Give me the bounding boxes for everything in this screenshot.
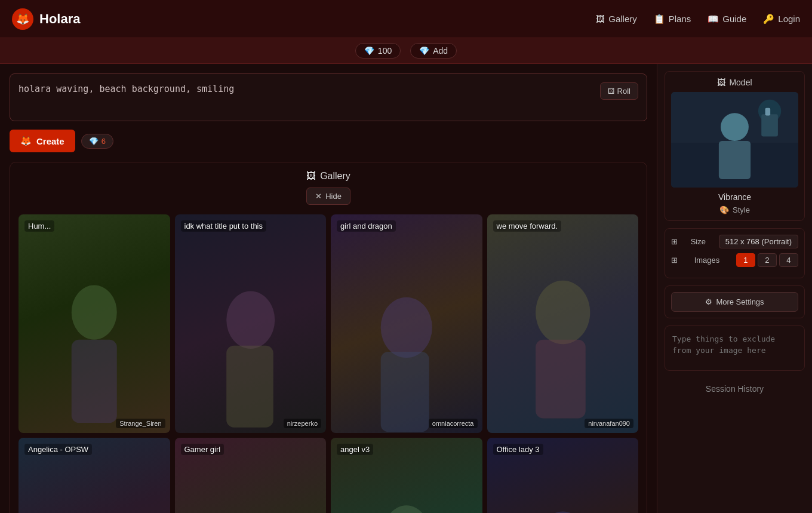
roll-label: Roll — [617, 87, 630, 96]
svg-rect-11 — [536, 340, 586, 419]
style-icon: 🎨 — [719, 205, 729, 214]
create-button[interactable]: 🦊 Create — [10, 130, 75, 152]
guide-nav-icon: 📖 — [708, 14, 719, 24]
image-card[interactable]: Office lady 3 — [487, 438, 639, 513]
images-row-icon: ⊞ — [671, 256, 678, 265]
token-count-badge[interactable]: 💎 100 — [355, 43, 401, 59]
style-label: Style — [733, 205, 750, 214]
top-bar: 🦊 Holara 🖼 Gallery 📋 Plans 📖 Guide 🔑 Log… — [0, 0, 812, 38]
cost-value: 6 — [102, 137, 106, 146]
gallery-header: 🖼 Gallery ✕ Hide — [19, 171, 638, 205]
image-card-inner: idk what title put to this nirzeperko — [175, 214, 327, 433]
image-card[interactable]: girl and dragon omniacorrecta — [331, 214, 482, 433]
image-grid: Hum... Strange_Siren idk what title put … — [19, 214, 638, 513]
model-label: Model — [729, 78, 752, 87]
create-bar: 🦊 Create 💎 6 — [10, 130, 647, 152]
nav-plans[interactable]: 📋 Plans — [654, 14, 691, 24]
prompt-input[interactable]: holara waving, beach background, smiling — [19, 82, 594, 112]
card-title: Hum... — [24, 220, 54, 232]
count-btn-4[interactable]: 4 — [779, 253, 798, 267]
create-icon: 🦊 — [20, 136, 32, 146]
roll-button[interactable]: ⚄ Roll — [600, 82, 638, 100]
card-title: angel v3 — [337, 444, 373, 455]
gallery-nav-label: Gallery — [608, 14, 637, 24]
right-sidebar: 🖼 Model Vibrance 🎨 Style — [657, 64, 812, 513]
logo[interactable]: 🦊 Holara — [12, 8, 80, 30]
model-header: 🖼 Model — [671, 78, 798, 87]
nav-gallery[interactable]: 🖼 Gallery — [596, 14, 637, 24]
svg-point-26 — [721, 113, 749, 141]
app-name: Holara — [39, 11, 80, 27]
count-btn-2[interactable]: 2 — [758, 253, 777, 267]
image-card[interactable]: Gamer girl — [175, 438, 327, 513]
image-card[interactable]: we move forward. nirvanafan090 — [487, 214, 639, 433]
token-count: 100 — [378, 46, 392, 56]
images-row: ⊞ Images 124 — [671, 253, 798, 267]
svg-rect-29 — [761, 114, 778, 136]
image-card[interactable]: angel v3 — [331, 438, 482, 513]
svg-point-10 — [536, 281, 590, 344]
prompt-area: holara waving, beach background, smiling… — [10, 73, 647, 121]
image-card-inner: we move forward. nirvanafan090 — [487, 214, 639, 433]
model-thumbnail[interactable] — [671, 92, 798, 188]
svg-point-1 — [72, 285, 117, 339]
image-card-inner: Angelica - OPSW — [19, 438, 170, 513]
nav-guide[interactable]: 📖 Guide — [708, 14, 746, 24]
svg-rect-5 — [226, 346, 273, 428]
size-row-icon: ⊞ — [671, 237, 678, 246]
add-label: Add — [433, 46, 448, 56]
card-author: omniacorrecta — [429, 419, 478, 428]
nav-login[interactable]: 🔑 Login — [763, 14, 800, 24]
image-card-inner: Gamer girl — [175, 438, 327, 513]
add-icon: 💎 — [419, 46, 429, 56]
image-card-inner: Hum... Strange_Siren — [19, 214, 170, 433]
plans-nav-label: Plans — [669, 14, 691, 24]
image-card[interactable]: idk what title put to this nirzeperko — [175, 214, 327, 433]
images-label: Images — [694, 256, 720, 265]
session-history: Session History — [665, 378, 805, 400]
negative-prompt-input[interactable] — [665, 326, 804, 368]
card-title: we move forward. — [493, 220, 562, 232]
create-label: Create — [36, 136, 64, 146]
count-btn-1[interactable]: 1 — [736, 253, 755, 267]
card-title: idk what title put to this — [181, 220, 267, 232]
svg-point-4 — [226, 291, 275, 349]
gallery-nav-icon: 🖼 — [596, 14, 605, 24]
card-title: Angelica - OPSW — [24, 444, 92, 455]
card-author: Strange_Siren — [116, 419, 165, 428]
svg-rect-27 — [719, 141, 751, 179]
roll-icon: ⚄ — [608, 87, 614, 96]
more-settings-label: More Settings — [716, 297, 764, 306]
image-card[interactable]: Angelica - OPSW — [19, 438, 170, 513]
plans-nav-icon: 📋 — [654, 14, 665, 24]
card-title: Gamer girl — [181, 444, 224, 455]
card-author: nirvanafan090 — [585, 419, 633, 428]
guide-nav-label: Guide — [722, 14, 746, 24]
image-card-inner: girl and dragon omniacorrecta — [331, 214, 482, 433]
add-tokens-badge[interactable]: 💎 Add — [410, 43, 457, 59]
card-illustration — [331, 214, 482, 433]
style-row[interactable]: 🎨 Style — [671, 205, 798, 214]
image-card-inner: Office lady 3 — [487, 438, 639, 513]
card-illustration — [175, 214, 327, 433]
card-title: girl and dragon — [337, 220, 396, 232]
gallery-title: 🖼 Gallery — [306, 171, 350, 182]
image-card[interactable]: Hum... Strange_Siren — [19, 214, 170, 433]
cost-badge: 💎 6 — [81, 134, 113, 149]
model-section: 🖼 Model Vibrance 🎨 Style — [665, 71, 805, 221]
card-illustration — [487, 214, 639, 433]
svg-rect-2 — [72, 340, 117, 423]
hide-button[interactable]: ✕ Hide — [306, 188, 350, 205]
card-author: nirzeperko — [284, 419, 321, 428]
more-settings-button[interactable]: ⚙ More Settings — [671, 292, 798, 312]
svg-point-19 — [382, 506, 430, 513]
token-bar: 💎 100 💎 Add — [0, 38, 812, 64]
svg-point-7 — [381, 297, 432, 358]
size-row: ⊞ Size 512 x 768 (Portrait) — [671, 235, 798, 248]
session-history-label: Session History — [706, 384, 764, 394]
size-value[interactable]: 512 x 768 (Portrait) — [719, 235, 798, 248]
card-illustration — [19, 214, 170, 433]
cost-icon: 💎 — [89, 137, 99, 146]
center-panel: holara waving, beach background, smiling… — [0, 64, 657, 513]
gallery-section: 🖼 Gallery ✕ Hide Hum... Strange_Siren — [10, 162, 647, 513]
